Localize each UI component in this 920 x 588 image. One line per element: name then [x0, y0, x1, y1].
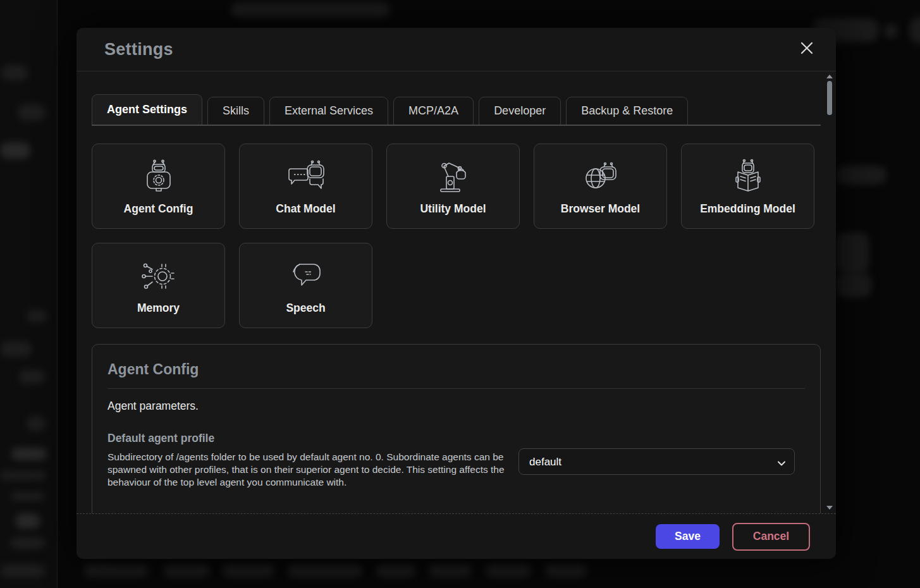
- browser-model-icon: [580, 157, 621, 197]
- card-agent-config[interactable]: Agent Config: [92, 144, 225, 229]
- tab-backup-restore[interactable]: Backup & Restore: [566, 97, 688, 125]
- tab-skills[interactable]: Skills: [207, 97, 264, 125]
- card-label: Embedding Model: [700, 202, 795, 216]
- modal-body: Agent Settings Skills External Services …: [77, 72, 836, 513]
- backdrop-blob: [486, 564, 531, 577]
- backdrop-blob: [0, 142, 30, 159]
- tab-mcp-a2a[interactable]: MCP/A2A: [393, 97, 474, 125]
- tab-external-services[interactable]: External Services: [269, 97, 388, 125]
- backdrop-blob: [18, 104, 46, 121]
- backdrop-blob: [27, 310, 47, 322]
- card-label: Speech: [286, 302, 325, 315]
- memory-icon: [138, 257, 179, 296]
- utility-model-icon: [433, 157, 474, 197]
- field-text: Default agent profile Subdirectory of /a…: [107, 432, 505, 489]
- backdrop-blob: [909, 16, 920, 44]
- backdrop-blob: [19, 370, 46, 384]
- chat-model-icon: [286, 157, 326, 197]
- modal-title: Settings: [104, 40, 173, 59]
- tab-agent-settings[interactable]: Agent Settings: [92, 94, 202, 125]
- card-embedding-model[interactable]: Embedding Model: [681, 144, 814, 229]
- card-label: Memory: [137, 302, 180, 315]
- backdrop-blob: [11, 448, 47, 460]
- backdrop-blob: [15, 513, 40, 529]
- backdrop-blob: [84, 564, 149, 577]
- card-label: Browser Model: [561, 202, 640, 216]
- card-memory[interactable]: Memory: [92, 243, 225, 328]
- backdrop-blob: [223, 564, 274, 577]
- default-agent-profile-select[interactable]: default: [518, 448, 795, 475]
- backdrop-blob: [429, 564, 472, 577]
- settings-tabbar: Agent Settings Skills External Services …: [92, 94, 821, 126]
- card-speech[interactable]: Speech: [239, 243, 372, 328]
- card-utility-model[interactable]: Utility Model: [386, 144, 520, 229]
- section-subtitle: Agent parameters.: [107, 400, 805, 413]
- card-browser-model[interactable]: Browser Model: [534, 144, 667, 229]
- backdrop-blob: [10, 537, 46, 549]
- cancel-button[interactable]: Cancel: [732, 523, 810, 551]
- backdrop-blob: [163, 564, 210, 577]
- backdrop-blob: [0, 471, 46, 480]
- section-title: Agent Config: [107, 361, 805, 378]
- card-chat-model[interactable]: Chat Model: [239, 144, 372, 229]
- save-button[interactable]: Save: [656, 524, 720, 549]
- settings-nav-cards: Agent Config Chat Model: [92, 144, 821, 328]
- backdrop-blob: [0, 565, 46, 577]
- backdrop-blob: [836, 166, 886, 185]
- backdrop-blob: [884, 24, 898, 38]
- card-label: Chat Model: [276, 202, 335, 216]
- speech-icon: [286, 257, 326, 296]
- backdrop-blob: [545, 564, 587, 577]
- backdrop-blob: [0, 341, 32, 357]
- embedding-model-icon: [728, 157, 768, 197]
- field-control: default: [505, 432, 805, 489]
- agent-config-icon: [138, 157, 179, 197]
- modal-footer: Save Cancel: [77, 513, 836, 559]
- backdrop-blob: [376, 564, 415, 577]
- scrollbar-thumb[interactable]: [827, 81, 832, 115]
- scroll-down-icon[interactable]: [826, 506, 833, 510]
- card-label: Agent Config: [124, 202, 193, 216]
- backdrop-blob: [836, 273, 871, 297]
- scroll-up-icon[interactable]: [826, 75, 833, 78]
- tab-developer[interactable]: Developer: [479, 97, 561, 125]
- agent-config-section: Agent Config Agent parameters. Default a…: [92, 344, 821, 513]
- section-divider: [107, 388, 805, 389]
- field-label: Default agent profile: [107, 432, 505, 445]
- backdrop-blob: [11, 492, 44, 501]
- modal-scrollbar[interactable]: [825, 72, 835, 512]
- close-button[interactable]: [798, 40, 816, 58]
- settings-modal: Settings Agent Settings Skills External …: [77, 28, 836, 559]
- backdrop-blob: [1, 65, 28, 80]
- modal-header: Settings: [77, 28, 836, 71]
- card-label: Utility Model: [420, 202, 486, 216]
- backdrop-blob: [231, 3, 390, 18]
- field-description: Subdirectory of /agents folder to be use…: [107, 451, 505, 489]
- backdrop-blob: [836, 233, 869, 273]
- close-icon: [800, 41, 814, 58]
- field-default-agent-profile: Default agent profile Subdirectory of /a…: [107, 432, 805, 489]
- backdrop-blob: [288, 564, 362, 577]
- backdrop-blob: [27, 416, 46, 431]
